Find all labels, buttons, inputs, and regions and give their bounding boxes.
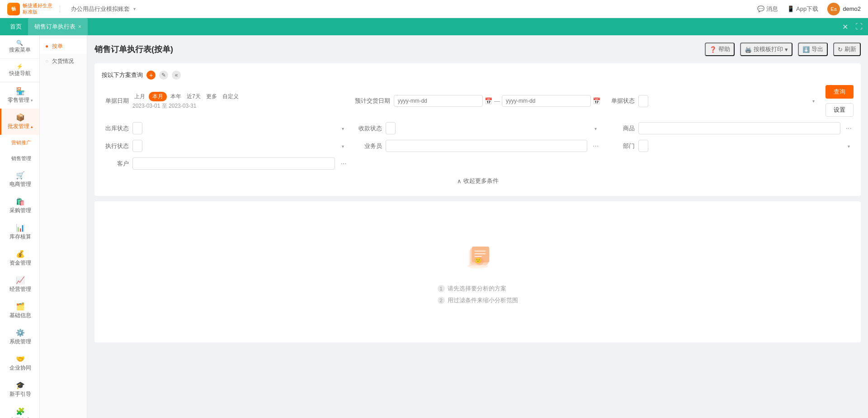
filter-field-delivery-status: 出库状态 ▾ [102,122,348,134]
execution-status-select-wrapper: ▾ [132,140,348,152]
date-tab-more[interactable]: 更多 [204,92,219,101]
goods-label: 商品 [608,124,635,133]
filter-form: 单据日期 上月 本月 本年 近7天 更多 自定义 20 [102,85,854,189]
user-info[interactable]: Ea demo2 [827,3,861,15]
sidebar-item-marketing[interactable]: 营销推广 [0,135,39,151]
scheme-collapse-button[interactable]: « [172,71,181,80]
purchase-icon: 🛍️ [3,197,38,206]
sidebar-item-inventory[interactable]: 📊 库存核算 [0,219,39,245]
filter-field-order-status: 单据状态 ▾ 查询 设置 [608,85,854,117]
tab-close-window[interactable]: ✕ [840,21,850,33]
filter-field-salesperson: 业务员 ··· [355,140,601,152]
newbie-icon: 🎓 [3,381,38,390]
date-tab-current-year[interactable]: 本年 [169,92,183,101]
execution-status-chevron-icon: ▾ [342,143,344,148]
sidebar-item-newbie[interactable]: 🎓 新手引导 [0,376,39,403]
order-actions: 查询 设置 [826,85,854,117]
date-tab-custom[interactable]: 自定义 [221,92,241,101]
payment-status-chevron-icon: ▾ [594,126,597,131]
sidebar-item-sales[interactable]: 销售管理 [0,151,39,166]
tab-close-icon[interactable]: × [78,24,81,30]
date-tab-last7[interactable]: 近7天 [185,92,203,101]
inventory-icon: 📊 [3,223,38,232]
tab-maximize[interactable]: ⛶ [854,21,864,33]
salesperson-input[interactable] [386,140,587,152]
department-select[interactable] [638,140,648,152]
template-print-button[interactable]: 🖨️ 按模板打印 ▾ [740,43,793,56]
department-label: 部门 [608,142,635,150]
user-name: demo2 [843,5,861,12]
message-action[interactable]: 💬 消息 [757,5,778,13]
sidebar-nav: 🔍 搜索菜单 ⚡ 快捷导航 🏪 零售管理 ▾ 📦 批发管理 ▴ 营销推广 销售管… [0,35,40,418]
refresh-button[interactable]: ↻ 刷新 [833,43,861,56]
export-button[interactable]: ⬇️ 导出 [798,43,828,56]
tab-home[interactable]: 首页 [4,18,28,35]
sidebar-item-system[interactable]: ⚙️ 系统管理 [0,324,39,350]
sidebar-item-wholesale[interactable]: 📦 批发管理 ▴ [0,109,39,135]
order-dot-icon: ● [45,43,48,49]
date-label: 单据日期 [102,97,129,105]
sidebar-item-retail[interactable]: 🏪 零售管理 ▾ [0,82,39,109]
salesperson-more-icon[interactable]: ··· [591,142,600,150]
calendar-start-icon[interactable]: 📅 [485,97,492,104]
sidebar-item-operation[interactable]: 📈 经营管理 [0,271,39,298]
sidebar-item-ecommerce[interactable]: 🛒 电商管理 [0,166,39,193]
order-status-label: 单据状态 [608,97,635,105]
delivery-status-select[interactable] [132,122,142,134]
collapse-up-icon: ∧ [457,178,462,185]
scheme-add-button[interactable]: + [146,71,156,80]
page-actions: ❓ 帮助 🖨️ 按模板打印 ▾ ⬇️ 导出 ↻ 刷新 [705,43,861,56]
collapse-more-button[interactable]: ∧ 收起更多条件 [457,177,499,185]
app-title-arrow[interactable]: ▾ [133,6,136,11]
scheme-edit-button[interactable]: ✎ [159,71,168,80]
order-status-chevron-icon: ▾ [812,99,815,104]
sidebar-item-basic[interactable]: 🗂️ 基础信息 [0,298,39,324]
wholesale-icon: 📦 [3,113,38,122]
appstore-icon: 🧩 [3,407,38,416]
query-button[interactable]: 查询 [826,85,854,99]
page-title: 销售订单执行表(按单) [94,44,173,55]
delivery-date-end[interactable] [502,95,591,107]
sub-item-debt[interactable]: ○ 欠货情况 [40,54,87,69]
edit-icon: ✎ [161,72,166,78]
date-tab-current-month[interactable]: 本月 [149,92,167,101]
customer-more-icon[interactable]: ··· [339,160,348,168]
quick-nav-icon: ⚡ [4,63,36,70]
tab-sales-order[interactable]: 销售订单执行表 × [28,18,88,35]
refresh-icon: ↻ [838,46,843,53]
execution-status-select[interactable] [132,140,142,152]
sub-item-order[interactable]: ● 按单 [40,39,87,54]
tip-num-2: 2 [438,297,445,304]
tab-bar-actions: ✕ ⛶ [840,21,864,33]
sidebar-search[interactable]: 🔍 搜索菜单 [0,35,39,59]
goods-more-icon[interactable]: ··· [844,124,854,133]
settings-button[interactable]: 设置 [826,103,854,117]
customer-input[interactable] [132,157,335,170]
app-download-action[interactable]: 📱 App下载 [787,5,818,13]
help-button[interactable]: ❓ 帮助 [705,43,735,56]
goods-input[interactable] [638,122,840,134]
print-icon: 🖨️ [745,46,752,53]
sub-sidebar: ● 按单 ○ 欠货情况 [40,35,87,418]
sidebar-item-finance[interactable]: 💰 资金管理 [0,245,39,271]
date-tab-last-month[interactable]: 上月 [132,92,147,101]
system-icon: ⚙️ [3,328,38,337]
print-dropdown-icon: ▾ [785,46,788,53]
date-field-content: 上月 本月 本年 近7天 更多 自定义 2023-03-01 至 2023-03… [132,92,348,110]
sidebar-item-cooperation[interactable]: 🤝 企业协同 [0,350,39,376]
filter-field-date: 单据日期 上月 本月 本年 近7天 更多 自定义 20 [102,92,348,110]
download-icon: 📱 [787,5,794,12]
page-header: 销售订单执行表(按单) ❓ 帮助 🖨️ 按模板打印 ▾ ⬇️ 导出 ↻ 刷新 [94,43,861,56]
calendar-end-icon[interactable]: 📅 [593,97,600,104]
filter-field-payment-status: 收款状态 ▾ [355,122,601,134]
sidebar-item-purchase[interactable]: 🛍️ 采购管理 [0,193,39,219]
payment-status-select[interactable] [386,122,396,134]
order-status-select[interactable] [638,95,648,107]
filter-content: 单据日期 上月 本月 本年 近7天 更多 自定义 20 [102,85,854,189]
filter-row-4: 客户 ··· [102,157,854,170]
filter-panel: 按以下方案查询 + ✎ « [94,63,861,196]
logo-icon: 畅 [7,3,20,15]
delivery-date-start[interactable] [394,95,483,107]
sidebar-item-appstore[interactable]: 🧩 应用中心 [0,403,39,418]
sidebar-quick-nav[interactable]: ⚡ 快捷导航 [0,59,39,82]
